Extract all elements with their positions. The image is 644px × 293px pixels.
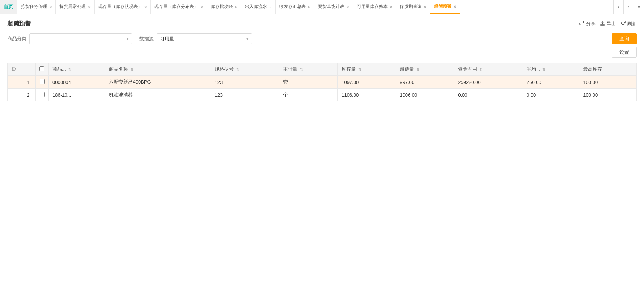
category-filter: 商品分类 ▾ bbox=[7, 33, 132, 44]
tab-close-icon[interactable]: × bbox=[454, 4, 456, 9]
nav-tab-available-ledger[interactable]: 可用量库存账本 × bbox=[353, 0, 396, 14]
settings-button[interactable]: 设置 bbox=[612, 47, 637, 58]
col-header-capital[interactable]: 资金占用 ⇅ bbox=[454, 63, 523, 76]
col-label: 商品名称 bbox=[109, 66, 128, 72]
col-header-avg[interactable]: 平均... ⇅ bbox=[523, 63, 579, 76]
tab-close-icon[interactable]: × bbox=[424, 5, 426, 9]
sort-icon: ⇅ bbox=[417, 67, 420, 71]
nav-arrow-close[interactable]: × bbox=[634, 0, 644, 14]
row-checkbox[interactable] bbox=[40, 92, 45, 97]
row-product-code: 186-10... bbox=[49, 89, 105, 101]
top-nav: 首页 拣货任务管理 × 拣货异常处理 × 现存量（库存状况表） × 现存量（库存… bbox=[0, 0, 644, 14]
tab-label: 出入库流水 bbox=[245, 4, 267, 10]
row-checkbox-cell bbox=[36, 89, 49, 101]
col-header-unit[interactable]: 主计量 ⇅ bbox=[279, 63, 338, 76]
tab-close-icon[interactable]: × bbox=[308, 5, 310, 9]
row-avg: 260.00 bbox=[523, 76, 579, 89]
row-product-name: 六配套新昌490BPG bbox=[105, 76, 211, 89]
query-button[interactable]: 查询 bbox=[612, 33, 637, 44]
category-label: 商品分类 bbox=[7, 36, 26, 42]
tab-close-icon[interactable]: × bbox=[50, 5, 52, 9]
sort-icon: ⇅ bbox=[236, 67, 239, 71]
row-gear bbox=[8, 89, 21, 101]
export-button[interactable]: 导出 bbox=[600, 21, 616, 27]
export-label: 导出 bbox=[607, 21, 616, 27]
nav-tab-overstock-warning[interactable]: 超储预警 × bbox=[430, 0, 460, 14]
row-product-code: 0000004 bbox=[49, 76, 105, 89]
datasource-select[interactable]: 可用量 ▾ bbox=[157, 33, 252, 44]
datasource-select-value: 可用量 bbox=[160, 36, 174, 42]
nav-tab-home[interactable]: 首页 bbox=[0, 0, 17, 14]
tab-close-icon[interactable]: × bbox=[390, 5, 392, 9]
page-content: 超储预警 分享 导出 bbox=[0, 14, 644, 293]
tab-label: 现存量（库存状况表） bbox=[98, 4, 142, 10]
data-table: ⚙ 商品... ⇅ 商品名称 ⇅ 规格型号 ⇅ bbox=[7, 63, 637, 101]
col-header-spec[interactable]: 规格型号 ⇅ bbox=[211, 63, 279, 76]
nav-tab-shelf-life[interactable]: 保质期查询 × bbox=[396, 0, 430, 14]
col-header-product-code[interactable]: 商品... ⇅ bbox=[49, 63, 105, 76]
tab-close-icon[interactable]: × bbox=[235, 5, 237, 9]
col-label: 库存量 bbox=[341, 66, 356, 72]
col-label: 超储量 bbox=[400, 66, 414, 72]
nav-tab-inventory-status[interactable]: 现存量（库存状况表） × bbox=[95, 0, 151, 14]
share-button[interactable]: 分享 bbox=[579, 21, 596, 27]
nav-arrows: ‹ › × bbox=[613, 0, 644, 14]
row-overstock: 997.00 bbox=[396, 76, 454, 89]
row-gear bbox=[8, 76, 21, 89]
col-label: 规格型号 bbox=[215, 66, 234, 72]
nav-tab-batch-ledger[interactable]: 库存批次账 × bbox=[207, 0, 241, 14]
tab-label: 拣货异常处理 bbox=[59, 4, 86, 10]
row-unit: 个 bbox=[279, 89, 338, 101]
sort-icon: ⇅ bbox=[131, 67, 133, 71]
row-spec: 123 bbox=[211, 76, 279, 89]
tab-close-icon[interactable]: × bbox=[269, 5, 271, 9]
nav-tab-inout-flow[interactable]: 出入库流水 × bbox=[241, 0, 275, 14]
nav-tab-order-stats[interactable]: 要货单统计表 × bbox=[314, 0, 353, 14]
row-index: 1 bbox=[21, 76, 36, 89]
tab-close-icon[interactable]: × bbox=[88, 5, 90, 9]
row-avg: 0.00 bbox=[523, 89, 579, 101]
col-label: 最高库存 bbox=[583, 66, 602, 72]
row-index: 2 bbox=[21, 89, 36, 101]
nav-tab-inventory-dist[interactable]: 现存量（库存分布表） × bbox=[151, 0, 207, 14]
nav-tab-receive-summary[interactable]: 收发存汇总表 × bbox=[276, 0, 314, 14]
tab-close-icon[interactable]: × bbox=[347, 5, 349, 9]
sort-icon: ⇅ bbox=[68, 67, 71, 71]
header-actions: 分享 导出 刷新 bbox=[579, 21, 637, 27]
tab-close-icon[interactable]: × bbox=[144, 5, 147, 9]
filters-container: 商品分类 ▾ 数据源 可用量 ▾ 查询 设置 bbox=[7, 33, 637, 58]
share-label: 分享 bbox=[586, 21, 596, 27]
table-header-row: ⚙ 商品... ⇅ 商品名称 ⇅ 规格型号 ⇅ bbox=[8, 63, 637, 76]
col-header-product-name[interactable]: 商品名称 ⇅ bbox=[105, 63, 211, 76]
refresh-button[interactable]: 刷新 bbox=[621, 21, 637, 27]
row-checkbox-cell bbox=[36, 76, 49, 89]
gear-icon[interactable]: ⚙ bbox=[11, 66, 16, 72]
col-label: 平均... bbox=[527, 66, 540, 72]
col-header-index bbox=[21, 63, 36, 76]
page-header: 超储预警 分享 导出 bbox=[7, 20, 637, 27]
select-all-checkbox[interactable] bbox=[39, 66, 44, 71]
datasource-filter: 数据源 可用量 ▾ bbox=[139, 33, 252, 44]
col-header-stock[interactable]: 库存量 ⇅ bbox=[338, 63, 396, 76]
row-overstock: 1006.00 bbox=[396, 89, 454, 101]
nav-arrow-right[interactable]: › bbox=[623, 0, 634, 14]
filters-right: 查询 设置 bbox=[612, 33, 637, 58]
filters-left: 商品分类 ▾ 数据源 可用量 ▾ bbox=[7, 33, 604, 44]
sort-icon: ⇅ bbox=[480, 67, 483, 71]
row-max-stock: 100.00 bbox=[579, 89, 637, 101]
row-capital: 0.00 bbox=[454, 89, 523, 101]
tab-close-icon[interactable]: × bbox=[201, 5, 203, 9]
nav-tab-exception[interactable]: 拣货异常处理 × bbox=[56, 0, 94, 14]
share-icon bbox=[579, 21, 585, 27]
col-header-max-stock[interactable]: 最高库存 bbox=[579, 63, 637, 76]
row-product-name: 机油滤清器 bbox=[105, 89, 211, 101]
category-select[interactable]: ▾ bbox=[29, 33, 132, 44]
nav-arrow-left[interactable]: ‹ bbox=[613, 0, 623, 14]
col-label: 资金占用 bbox=[458, 66, 477, 72]
nav-tab-task-mgmt[interactable]: 拣货任务管理 × bbox=[17, 0, 56, 14]
row-unit: 套 bbox=[279, 76, 338, 89]
row-max-stock: 100.00 bbox=[579, 76, 637, 89]
col-header-overstock[interactable]: 超储量 ⇅ bbox=[396, 63, 454, 76]
table-row: 2 186-10... 机油滤清器 123 个 1106.00 1006.00 … bbox=[8, 89, 637, 101]
row-checkbox[interactable] bbox=[40, 79, 45, 84]
